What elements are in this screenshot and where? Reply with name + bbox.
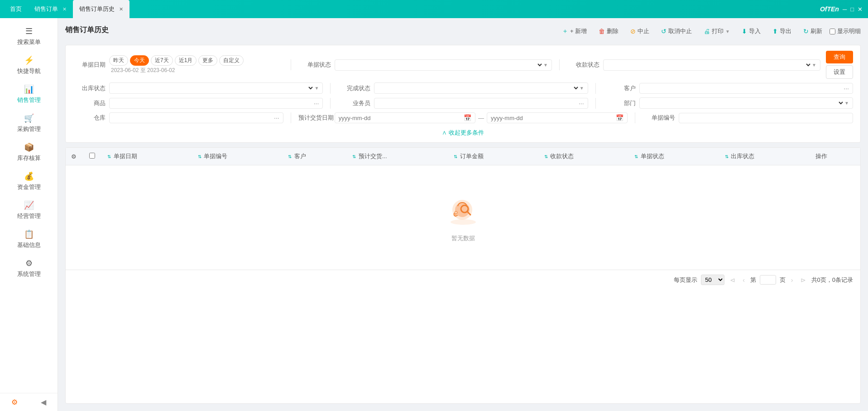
- payment-status-select[interactable]: [607, 61, 812, 69]
- payment-status-select-box[interactable]: ▼: [603, 59, 820, 71]
- expected-date-end[interactable]: [491, 115, 616, 121]
- operations-icon: 📈: [24, 200, 34, 210]
- table-check-th[interactable]: [84, 148, 102, 165]
- col-out-status[interactable]: ⇅ 出库状态: [719, 148, 810, 165]
- date-more-btn[interactable]: 更多: [198, 55, 217, 66]
- print-dropdown-icon: ▼: [725, 29, 730, 34]
- sidebar-item-inventory[interactable]: 📦 库存核算: [0, 138, 58, 167]
- col-payment-status[interactable]: ⇅ 收款状态: [539, 148, 629, 165]
- tab-sales-order[interactable]: 销售订单 ✕: [28, 0, 73, 18]
- out-status-select-box[interactable]: ▼: [109, 82, 323, 94]
- setting-button[interactable]: 设置: [826, 65, 853, 79]
- stop-button[interactable]: ⊘ 中止: [626, 25, 654, 37]
- show-detail-checkbox[interactable]: [830, 29, 835, 34]
- date-7days-btn[interactable]: 近7天: [151, 55, 173, 66]
- delete-button[interactable]: 🗑 删除: [594, 25, 623, 37]
- tab-home[interactable]: 首页: [4, 0, 28, 18]
- col-customer[interactable]: ⇅ 客户: [283, 148, 347, 165]
- stop-label: 中止: [638, 27, 649, 35]
- col-expected-delivery[interactable]: ⇅ 预计交货...: [347, 148, 448, 165]
- sidebar-item-sales[interactable]: 📊 销售管理: [0, 80, 58, 109]
- top-bar: 首页 销售订单 ✕ 销售订单历史 ✕ OfTEn ─ □ ✕: [0, 0, 868, 18]
- import-label: 导入: [749, 27, 761, 35]
- divider-2: [559, 59, 560, 70]
- table-settings-icon[interactable]: ⚙: [71, 153, 77, 160]
- sidebar-item-finance[interactable]: 💰 资金管理: [0, 167, 58, 196]
- sidebar-item-system[interactable]: ⚙ 系统管理: [0, 254, 58, 283]
- page-input[interactable]: 1: [760, 275, 776, 285]
- per-page-select[interactable]: 10 20 50 100: [701, 275, 724, 285]
- new-button[interactable]: ＋ + 新增: [557, 25, 591, 37]
- next-page-btn[interactable]: ›: [789, 276, 795, 285]
- col-payment-status-label: 收款状态: [550, 153, 574, 160]
- date-yesterday-btn[interactable]: 昨天: [109, 55, 128, 66]
- date-1month-btn[interactable]: 近1月: [175, 55, 197, 66]
- doc-status-select-box[interactable]: ▼: [335, 59, 552, 71]
- maximize-button[interactable]: □: [850, 6, 854, 13]
- col-date[interactable]: ⇅ 单据日期: [102, 148, 192, 165]
- salesman-select-box[interactable]: ···: [374, 98, 588, 109]
- col-doc-status[interactable]: ⇅ 单据状态: [629, 148, 719, 165]
- filter-row-1: 单据日期 昨天 今天 近7天 近1月 更多 自定义 2023-06-02 至 2…: [73, 51, 853, 79]
- warehouse-dots[interactable]: ···: [274, 114, 279, 121]
- refresh-button[interactable]: ↻ 刷新: [799, 25, 827, 37]
- department-select-box[interactable]: ▼: [639, 97, 853, 109]
- doc-number-label: 单据编号: [643, 114, 679, 122]
- import-button[interactable]: ⬇ 导入: [737, 25, 765, 37]
- table-settings-th[interactable]: ⚙: [66, 148, 84, 165]
- col-doc-number[interactable]: ⇅ 单据编号: [192, 148, 283, 165]
- goods-select-box[interactable]: ···: [109, 98, 323, 109]
- sidebar-settings-icon[interactable]: ⚙: [11, 398, 18, 406]
- doc-status-select[interactable]: [339, 61, 543, 69]
- sidebar-item-quick-nav[interactable]: ⚡ 快捷导航: [0, 51, 58, 80]
- new-label: + 新增: [570, 27, 587, 35]
- first-page-btn[interactable]: ⊲: [728, 276, 737, 285]
- tab-sales-order-close[interactable]: ✕: [62, 6, 67, 12]
- salesman-input[interactable]: [378, 100, 577, 106]
- col-order-amount[interactable]: ⇅ 订单金额: [448, 148, 539, 165]
- warehouse-input[interactable]: [113, 115, 272, 121]
- customer-input[interactable]: [643, 85, 842, 92]
- sort-delivery-icon: ⇅: [352, 154, 356, 159]
- salesman-dots[interactable]: ···: [579, 100, 584, 107]
- expected-date-end-box[interactable]: 📅: [487, 112, 628, 123]
- customer-dots[interactable]: ···: [844, 85, 849, 92]
- goods-dots[interactable]: ···: [314, 100, 319, 107]
- expected-date-start[interactable]: [339, 115, 464, 121]
- sidebar-item-quick-nav-label: 快捷导航: [17, 67, 41, 75]
- warehouse-select-box[interactable]: ···: [109, 112, 283, 123]
- customer-select-box[interactable]: ···: [639, 83, 853, 94]
- print-button[interactable]: 🖨 打印 ▼: [699, 25, 734, 37]
- doc-number-input[interactable]: [683, 115, 849, 121]
- complete-select-box[interactable]: ▼: [374, 82, 588, 94]
- calendar-end-icon[interactable]: 📅: [616, 114, 623, 121]
- department-select[interactable]: [643, 99, 844, 107]
- doc-number-box[interactable]: [679, 113, 853, 123]
- complete-select[interactable]: [378, 84, 579, 92]
- query-button[interactable]: 查询: [826, 51, 853, 63]
- close-button[interactable]: ✕: [858, 6, 863, 13]
- sidebar-item-operations[interactable]: 📈 经营管理: [0, 196, 58, 225]
- sidebar-item-basic-info[interactable]: 📋 基础信息: [0, 225, 58, 254]
- out-status-select[interactable]: [113, 84, 314, 92]
- last-page-btn[interactable]: ⊳: [799, 276, 808, 285]
- sidebar-collapse-icon[interactable]: ◀: [41, 398, 46, 406]
- table-select-all[interactable]: [89, 153, 95, 159]
- goods-input[interactable]: [113, 100, 312, 106]
- sidebar-item-purchase[interactable]: 🛒 采购管理: [0, 109, 58, 138]
- tab-sales-order-history-close[interactable]: ✕: [119, 6, 123, 12]
- date-today-btn[interactable]: 今天: [130, 55, 149, 66]
- date-custom-btn[interactable]: 自定义: [219, 55, 244, 66]
- col-doc-number-label: 单据编号: [204, 153, 227, 160]
- sidebar-item-search[interactable]: ☰ 搜索菜单: [0, 22, 58, 51]
- tab-sales-order-history[interactable]: 销售订单历史 ✕: [73, 0, 129, 18]
- minimize-button[interactable]: ─: [843, 6, 847, 13]
- prev-page-btn[interactable]: ‹: [741, 276, 747, 285]
- calendar-start-icon[interactable]: 📅: [464, 114, 471, 121]
- cancel-stop-button[interactable]: ↺ 取消中止: [657, 25, 696, 37]
- collapse-row[interactable]: ∧ 收起更多条件: [73, 127, 853, 137]
- expected-date-start-box[interactable]: 📅: [335, 112, 475, 123]
- export-button[interactable]: ⬆ 导出: [768, 25, 796, 37]
- department-chevron: ▼: [844, 101, 849, 106]
- stop-icon: ⊘: [630, 28, 636, 35]
